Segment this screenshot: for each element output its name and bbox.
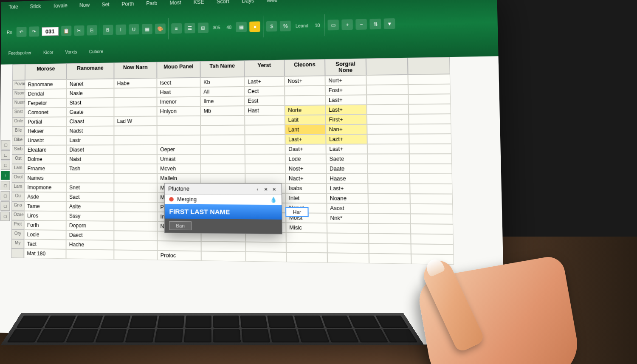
italic-icon[interactable]: I bbox=[116, 24, 126, 35]
ribbon-tab[interactable]: Scort bbox=[213, 0, 233, 6]
cell[interactable] bbox=[286, 233, 327, 243]
cell[interactable]: Sssy bbox=[66, 211, 114, 221]
cell[interactable]: Aslte bbox=[66, 202, 114, 212]
cell[interactable] bbox=[286, 243, 327, 253]
cell[interactable] bbox=[408, 84, 451, 94]
cell[interactable] bbox=[368, 174, 410, 184]
cell[interactable]: Frname bbox=[25, 164, 67, 173]
cell[interactable]: Diaset bbox=[66, 145, 114, 155]
cell[interactable] bbox=[410, 194, 453, 204]
cell[interactable] bbox=[157, 241, 201, 251]
cell[interactable] bbox=[368, 214, 410, 224]
cell[interactable] bbox=[201, 154, 245, 164]
cell[interactable] bbox=[245, 154, 285, 164]
border-icon[interactable]: ▦ bbox=[141, 24, 152, 34]
paste-icon[interactable]: 📋 bbox=[61, 25, 71, 36]
cell[interactable]: Hache bbox=[66, 240, 114, 250]
cell[interactable]: Mcveh bbox=[157, 164, 201, 174]
cell[interactable]: Saete bbox=[326, 154, 368, 164]
close-icon[interactable]: ✕ bbox=[262, 186, 269, 193]
delete-icon[interactable]: − bbox=[356, 19, 367, 30]
cell[interactable]: Nost+ bbox=[285, 164, 326, 174]
align-center-icon[interactable]: ☰ bbox=[184, 23, 195, 34]
cell[interactable] bbox=[245, 144, 285, 154]
column-header[interactable]: Yerst bbox=[244, 60, 285, 77]
side-icon[interactable]: ▢ bbox=[1, 140, 10, 150]
cell[interactable] bbox=[409, 134, 451, 144]
cell[interactable]: Imenor bbox=[157, 97, 200, 107]
row-header[interactable]: Ou bbox=[11, 192, 24, 201]
cell[interactable]: Noane bbox=[327, 193, 368, 203]
cell[interactable]: Lant bbox=[285, 124, 326, 135]
cell[interactable] bbox=[114, 97, 157, 107]
cell[interactable]: Forlh bbox=[24, 220, 66, 230]
cell[interactable]: Claast bbox=[66, 116, 114, 126]
cell[interactable]: Habe bbox=[114, 78, 157, 88]
fill-icon[interactable]: 🎨 bbox=[155, 23, 165, 34]
column-header[interactable]: Now Narn bbox=[114, 62, 157, 79]
ribbon-tab[interactable]: Most bbox=[166, 0, 185, 8]
cell[interactable]: Sact bbox=[66, 192, 114, 202]
dropdown-icon[interactable]: 💧 bbox=[270, 197, 277, 203]
cell[interactable] bbox=[408, 74, 451, 85]
cell[interactable]: Inlet bbox=[286, 193, 327, 203]
cell[interactable] bbox=[367, 134, 409, 144]
cell[interactable]: Last+ bbox=[325, 104, 366, 115]
cell[interactable]: Daate bbox=[326, 164, 368, 174]
cell[interactable]: Dolme bbox=[25, 155, 67, 164]
cell[interactable] bbox=[114, 202, 157, 212]
minimize-icon[interactable]: ‹ bbox=[254, 186, 261, 193]
cell[interactable]: Nanet bbox=[67, 79, 114, 89]
cell[interactable]: Asde bbox=[24, 192, 66, 202]
ribbon-tab[interactable]: Now bbox=[76, 1, 93, 10]
dialog-selected-option[interactable]: FIRST LAST NAME bbox=[165, 204, 282, 219]
cell[interactable] bbox=[200, 135, 245, 144]
cell[interactable] bbox=[157, 135, 201, 145]
cell[interactable] bbox=[201, 251, 246, 262]
cell[interactable] bbox=[245, 115, 285, 125]
row-header[interactable]: Bile bbox=[12, 127, 25, 136]
cell[interactable] bbox=[285, 95, 325, 105]
side-icon[interactable]: ▢ bbox=[0, 212, 10, 221]
ribbon-tab[interactable]: Mee bbox=[263, 0, 281, 5]
cell[interactable]: Snet bbox=[66, 183, 114, 192]
cell[interactable]: Protoc bbox=[157, 251, 201, 261]
cell[interactable] bbox=[369, 243, 411, 254]
filter-icon[interactable]: ▼ bbox=[384, 18, 395, 29]
cell[interactable]: Haase bbox=[326, 174, 368, 183]
cell[interactable]: Lad W bbox=[114, 116, 157, 126]
cell[interactable]: Nost+ bbox=[285, 76, 325, 86]
cell[interactable] bbox=[410, 214, 453, 224]
cell[interactable] bbox=[366, 94, 409, 104]
cell[interactable]: Asost bbox=[327, 203, 368, 214]
column-header[interactable] bbox=[408, 57, 450, 75]
cell[interactable]: Hekser bbox=[25, 126, 66, 136]
cell[interactable]: Dendal bbox=[25, 89, 67, 99]
cell[interactable] bbox=[327, 243, 369, 254]
column-header[interactable]: Mouo Panel bbox=[157, 61, 200, 78]
cell[interactable] bbox=[410, 184, 453, 194]
cell[interactable] bbox=[245, 125, 285, 135]
cell[interactable] bbox=[245, 135, 285, 144]
cell[interactable] bbox=[114, 250, 157, 260]
row-header[interactable]: Sinb bbox=[12, 145, 25, 155]
cell[interactable] bbox=[114, 135, 157, 145]
cell[interactable] bbox=[411, 254, 454, 265]
row-header[interactable]: Nsorrtent bbox=[12, 89, 25, 99]
cell[interactable]: Hnlyon bbox=[157, 106, 201, 116]
row-header[interactable]: Dike bbox=[12, 136, 25, 145]
cell[interactable] bbox=[408, 94, 451, 104]
cell[interactable]: Mb bbox=[200, 106, 245, 116]
cell[interactable] bbox=[114, 154, 157, 164]
column-header[interactable] bbox=[366, 58, 408, 75]
side-icon[interactable]: ▢ bbox=[1, 161, 10, 170]
cell[interactable] bbox=[409, 144, 451, 154]
cell[interactable] bbox=[369, 254, 412, 264]
cell[interactable]: Last+ bbox=[327, 183, 368, 194]
cell[interactable] bbox=[114, 145, 157, 155]
cell[interactable] bbox=[286, 252, 327, 263]
cell[interactable]: Latit bbox=[285, 115, 326, 125]
cell[interactable] bbox=[409, 124, 451, 134]
cell[interactable]: Stast bbox=[67, 98, 114, 107]
cell[interactable]: Ranomane bbox=[25, 79, 67, 89]
